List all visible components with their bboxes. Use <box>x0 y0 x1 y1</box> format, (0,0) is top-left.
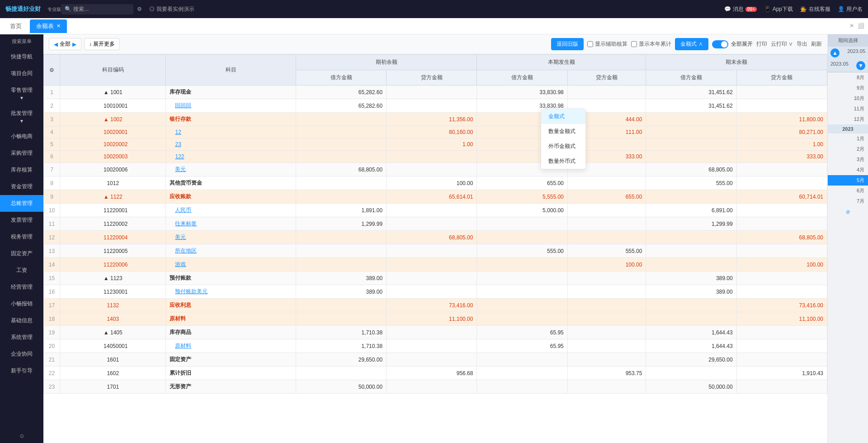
row-closing-credit: 333.00 <box>736 151 827 163</box>
print-button[interactable]: 打印 <box>756 40 767 48</box>
show-auxiliary-checkbox[interactable]: 显示辅助核算 <box>587 40 627 48</box>
sidebar-item-wholesale[interactable]: 批发管理▼ <box>0 105 43 128</box>
row-opening-debit: 29,650.00 <box>296 353 386 367</box>
row-number: 20 <box>44 339 60 353</box>
row-name[interactable]: 回回回 <box>166 99 296 113</box>
tab-close-icon[interactable]: ✕ <box>57 23 61 29</box>
sidebar-item-guide[interactable]: 新手引导 <box>0 362 43 379</box>
dropdown-item-qty-foreign[interactable]: 数量外币式 <box>541 154 585 169</box>
row-closing-debit <box>646 126 736 138</box>
table-row: 8 1012 其他货币资金 100.00 655.00 555.00 <box>44 176 827 190</box>
row-name[interactable]: 原材料 <box>166 339 296 353</box>
amount-mode-dropdown[interactable]: 金额式 数量金额式 外币金额式 数量外币式 <box>541 109 586 169</box>
row-name[interactable]: 往来标签 <box>166 217 296 231</box>
settings-icon[interactable]: ⚙ <box>137 6 142 12</box>
refresh-button[interactable]: 刷新 <box>811 40 822 48</box>
month-11[interactable]: 11月 <box>828 104 868 114</box>
sidebar-item-invoice[interactable]: 发票管理 <box>0 212 43 229</box>
collapse-panel-icon[interactable]: ⊘ <box>828 206 868 218</box>
maximize-window-icon[interactable]: ⬜ <box>858 23 864 29</box>
row-opening-debit <box>296 126 386 138</box>
user-avatar[interactable]: 👤 用户名 <box>838 5 863 13</box>
back-old-version-button[interactable]: 退回旧版 <box>551 38 584 50</box>
sidebar-item-ecommerce[interactable]: 小畅电商 <box>0 128 43 145</box>
sidebar-item-system[interactable]: 系统管理 <box>0 329 43 346</box>
col-name-header: 科目 <box>166 55 296 86</box>
row-number: 4 <box>44 126 60 138</box>
sidebar-item-quicknav[interactable]: 快捷导航 <box>0 48 43 65</box>
row-name[interactable]: 23 <box>166 138 296 151</box>
tab-home[interactable]: 首页 <box>4 19 28 33</box>
month-1[interactable]: 1月 <box>828 133 868 144</box>
month-10[interactable]: 10月 <box>828 93 868 104</box>
sidebar-item-purchase[interactable]: 采购管理 <box>0 145 43 162</box>
tab-balance[interactable]: 余额表 ✕ <box>30 19 67 33</box>
sidebar-item-collab[interactable]: 企业协同 <box>0 346 43 362</box>
messages-button[interactable]: 💬 消息 99+ <box>724 5 757 13</box>
all-filter-button[interactable]: ◀ 全部 ▶ <box>49 38 81 50</box>
month-7[interactable]: 7月 <box>828 196 868 206</box>
sidebar-search[interactable]: 搜索菜单 <box>0 34 43 48</box>
row-opening-credit <box>387 204 477 217</box>
sidebar-item-base[interactable]: 基础信息 <box>0 312 43 329</box>
row-closing-credit <box>736 272 827 285</box>
month-4[interactable]: 4月 <box>828 165 868 175</box>
cloud-print-button[interactable]: 云打印 ∨ <box>771 40 793 48</box>
month-8[interactable]: 8月 <box>828 72 868 83</box>
dropdown-item-amount[interactable]: 金额式 <box>541 109 585 124</box>
dropdown-item-qty-amount[interactable]: 数量金额式 <box>541 124 585 139</box>
row-current-debit <box>477 217 567 231</box>
row-opening-credit <box>387 244 477 258</box>
toggle-switch[interactable] <box>712 40 728 48</box>
row-name[interactable]: 预付账款美元 <box>166 285 296 299</box>
row-name[interactable]: 美元 <box>166 163 296 176</box>
month-6[interactable]: 6月 <box>828 186 868 196</box>
month-2[interactable]: 2月 <box>828 144 868 154</box>
col-settings[interactable]: ⚙ <box>44 55 60 86</box>
next-year-button[interactable]: ▼ <box>856 61 865 70</box>
row-name[interactable]: 12 <box>166 126 296 138</box>
row-opening-debit: 1,710.38 <box>296 339 386 353</box>
expand-button[interactable]: ↓ 展开更多 <box>84 38 120 50</box>
month-5[interactable]: 5月 <box>828 175 868 186</box>
sidebar-item-inventory[interactable]: 库存核算 <box>0 162 43 178</box>
row-name[interactable]: 人民币 <box>166 204 296 217</box>
sidebar-item-operations[interactable]: 经营管理 <box>0 279 43 295</box>
row-opening-credit: 11,356.00 <box>387 113 477 126</box>
row-name: 其他货币资金 <box>166 176 296 190</box>
show-yearly-checkbox[interactable]: 显示本年累计 <box>631 40 671 48</box>
row-name[interactable]: 美元 <box>166 231 296 244</box>
app-download-button[interactable]: 📱 App下载 <box>764 5 793 13</box>
row-name[interactable]: 所在地区 <box>166 244 296 258</box>
month-12[interactable]: 12月 <box>828 114 868 124</box>
month-3[interactable]: 3月 <box>828 154 868 165</box>
table-row: 5 10020002 23 1.00 1.00 <box>44 138 827 151</box>
full-expand-toggle[interactable]: 全部展开 <box>712 40 753 48</box>
dropdown-item-foreign-amount[interactable]: 外币金额式 <box>541 139 585 154</box>
sidebar-item-ledger[interactable]: 总账管理 <box>0 195 43 212</box>
row-closing-credit <box>736 380 827 394</box>
row-name[interactable]: 游戏 <box>166 258 296 272</box>
sidebar-item-funds[interactable]: 资金管理 <box>0 178 43 195</box>
row-opening-credit: 65,614.01 <box>387 190 477 204</box>
sidebar-item-project[interactable]: 项目合同 <box>0 65 43 82</box>
export-button[interactable]: 导出 <box>797 40 807 48</box>
sidebar-item-assets[interactable]: 固定资产 <box>0 245 43 262</box>
prev-year-button[interactable]: ▲ <box>830 48 840 57</box>
row-closing-debit <box>646 231 736 244</box>
row-opening-credit: 68,805.00 <box>387 231 477 244</box>
sidebar-settings[interactable]: ⚙ <box>0 429 43 443</box>
demo-button[interactable]: ◎ 我要看实例演示 <box>149 5 194 13</box>
sidebar-item-expense[interactable]: 小畅报销 <box>0 295 43 312</box>
sidebar-item-retail[interactable]: 零售管理▼ <box>0 82 43 105</box>
month-9[interactable]: 9月 <box>828 83 868 93</box>
row-current-debit <box>477 258 567 272</box>
search-bar[interactable]: 🔍 搜索... <box>61 4 133 14</box>
sidebar-item-salary[interactable]: 工资 <box>0 262 43 279</box>
year-2023: 2023 <box>828 124 868 133</box>
amount-mode-button[interactable]: 金额式 ∧ <box>675 38 708 50</box>
online-service-button[interactable]: 💁 在线客服 <box>800 5 830 13</box>
row-name[interactable]: 122 <box>166 151 296 163</box>
close-window-icon[interactable]: ✕ <box>849 23 854 29</box>
sidebar-item-tax[interactable]: 税务管理 <box>0 229 43 245</box>
